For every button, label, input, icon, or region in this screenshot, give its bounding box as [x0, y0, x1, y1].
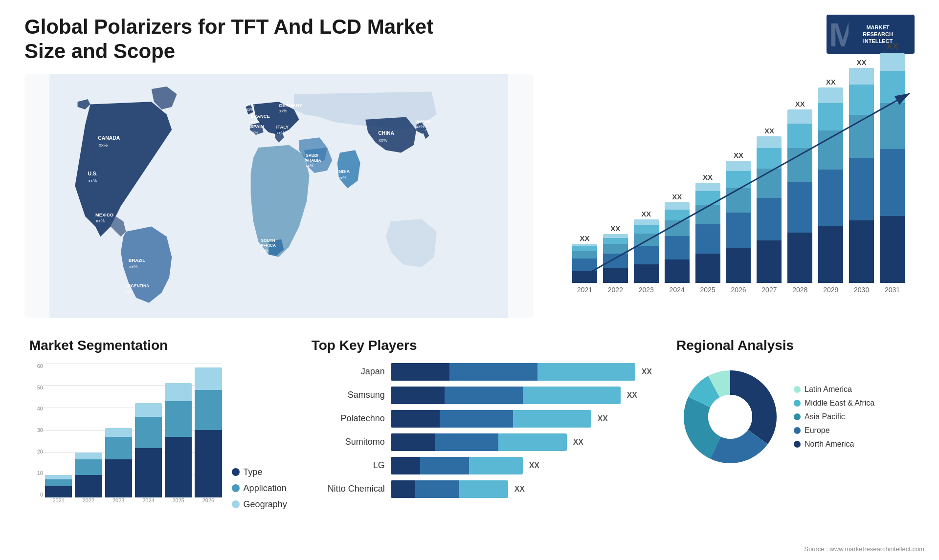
svg-text:JAPAN: JAPAN — [415, 119, 430, 124]
seg-bar-2023 — [105, 428, 132, 497]
player-bar-polatechno: XX — [391, 410, 652, 428]
svg-text:xx%: xx% — [99, 143, 108, 148]
player-name-nitto: Nitto Chemical — [312, 484, 385, 494]
player-name-sumitomo: Sumitomo — [312, 437, 385, 447]
geography-dot — [232, 500, 240, 508]
player-bar-lg: XX — [391, 457, 652, 474]
player-name-japan: Japan — [312, 366, 385, 377]
key-players: Top Key Players Japan XX — [307, 333, 657, 548]
svg-text:xx%: xx% — [88, 178, 97, 183]
player-row-lg: LG XX — [312, 457, 652, 474]
market-segmentation: Market Segmentation 0 10 20 30 40 50 60 — [24, 333, 292, 548]
bar-2025: XX 2025 — [695, 173, 720, 294]
player-bar-nitto: XX — [391, 480, 652, 498]
seg-bars-area: 0 10 20 30 40 50 60 — [29, 363, 222, 510]
player-bar-japan: XX — [391, 363, 652, 381]
svg-text:xx%: xx% — [416, 124, 425, 129]
north-america-dot — [794, 441, 801, 448]
player-row-polatechno: Polatechno XX — [312, 410, 652, 428]
svg-text:CANADA: CANADA — [98, 135, 120, 141]
seg-legend: Type Application Geography — [232, 457, 287, 510]
logo-icon: M — [829, 17, 849, 51]
svg-text:xx%: xx% — [306, 163, 313, 168]
latin-america-dot — [794, 386, 801, 393]
donut-chart — [676, 363, 784, 471]
world-map-svg: CANADA xx% U.S. xx% MEXICO xx% BRAZIL xx… — [24, 74, 533, 318]
svg-text:SOUTH: SOUTH — [261, 238, 275, 243]
svg-text:ITALY: ITALY — [276, 125, 289, 129]
bar-2028: XX 2028 — [787, 100, 812, 294]
page-title: Global Polarizers for TFT And LCD Market… — [24, 15, 465, 64]
bar-2029: XX 2029 — [818, 78, 843, 294]
svg-text:SPAIN: SPAIN — [250, 124, 264, 129]
svg-text:xx%: xx% — [338, 175, 347, 180]
y-axis: 0 10 20 30 40 50 60 — [29, 363, 43, 497]
svg-text:xx%: xx% — [129, 264, 138, 269]
regional-analysis: Regional Analysis — [671, 333, 915, 548]
svg-text:BRAZIL: BRAZIL — [129, 258, 146, 263]
player-name-samsung: Samsung — [312, 390, 385, 400]
svg-text:M: M — [829, 17, 849, 51]
bottom-section: Market Segmentation 0 10 20 30 40 50 60 — [24, 333, 915, 548]
legend-north-america: North America — [794, 440, 874, 449]
bar-2030: XX 2030 — [849, 58, 874, 294]
legend-europe: Europe — [794, 426, 874, 435]
logo-text: MARKET RESEARCH INTELLECT — [848, 24, 893, 45]
svg-text:SAUDI: SAUDI — [306, 153, 318, 158]
seg-bars-inner — [45, 363, 222, 497]
seg-x-labels: 2021 2022 2023 2024 2025 2026 — [45, 497, 222, 510]
asia-pacific-dot — [794, 413, 801, 420]
regional-title: Regional Analysis — [676, 338, 910, 353]
donut-svg — [676, 363, 784, 471]
top-section: CANADA xx% U.S. xx% MEXICO xx% BRAZIL xx… — [24, 74, 915, 318]
player-name-lg: LG — [312, 460, 385, 471]
player-row-nitto: Nitto Chemical XX — [312, 480, 652, 498]
bar-2026: XX 2026 — [726, 151, 751, 294]
bar-2023: XX 2023 — [634, 210, 659, 294]
players-list: Japan XX Samsung — [312, 363, 652, 498]
svg-text:GERMANY: GERMANY — [279, 103, 303, 108]
svg-text:xx%: xx% — [379, 137, 387, 142]
svg-text:AFRICA: AFRICA — [261, 243, 276, 248]
legend-asia-pacific: Asia Pacific — [794, 412, 874, 421]
type-dot — [232, 468, 240, 476]
svg-text:ARGENTINA: ARGENTINA — [125, 283, 149, 288]
growth-bars: XX 2021 XX — [572, 88, 905, 294]
seg-bar-2026 — [195, 367, 222, 497]
main-container: Global Polarizers for TFT And LCD Market… — [0, 0, 939, 560]
player-row-japan: Japan XX — [312, 363, 652, 381]
legend-geography: Geography — [232, 499, 287, 510]
bar-2022: XX 2022 — [603, 224, 628, 294]
svg-text:MEXICO: MEXICO — [95, 212, 113, 217]
svg-text:xx%: xx% — [125, 289, 133, 294]
legend-middle-east: Middle East & Africa — [794, 399, 874, 408]
svg-point-48 — [708, 395, 752, 439]
svg-text:CHINA: CHINA — [378, 130, 394, 136]
europe-dot — [794, 427, 801, 434]
bar-2021: XX 2021 — [572, 234, 597, 294]
player-row-sumitomo: Sumitomo XX — [312, 433, 652, 451]
svg-text:U.K.: U.K. — [246, 101, 255, 106]
legend-latin-america: Latin America — [794, 385, 874, 394]
legend-application: Application — [232, 483, 287, 494]
player-bar-sumitomo: XX — [391, 433, 652, 451]
player-bar-samsung: XX — [391, 387, 652, 404]
seg-bar-2022 — [75, 452, 102, 497]
region-legend: Latin America Middle East & Africa Asia … — [794, 385, 874, 449]
bar-2027: XX 2027 — [757, 127, 782, 294]
seg-bar-2021 — [45, 475, 72, 497]
svg-text:xx%: xx% — [246, 107, 254, 112]
seg-bar-2025 — [165, 383, 192, 497]
header: Global Polarizers for TFT And LCD Market… — [24, 15, 915, 64]
player-name-polatechno: Polatechno — [312, 413, 385, 424]
svg-text:xx%: xx% — [261, 248, 269, 253]
svg-text:xx%: xx% — [277, 130, 285, 135]
legend-type: Type — [232, 467, 287, 477]
svg-text:xx%: xx% — [279, 108, 287, 113]
player-row-samsung: Samsung XX — [312, 387, 652, 404]
svg-text:INDIA: INDIA — [337, 169, 350, 174]
svg-text:ARABIA: ARABIA — [305, 158, 321, 163]
svg-text:U.S.: U.S. — [88, 171, 97, 176]
key-players-title: Top Key Players — [312, 338, 652, 353]
svg-text:FRANCE: FRANCE — [251, 113, 270, 118]
